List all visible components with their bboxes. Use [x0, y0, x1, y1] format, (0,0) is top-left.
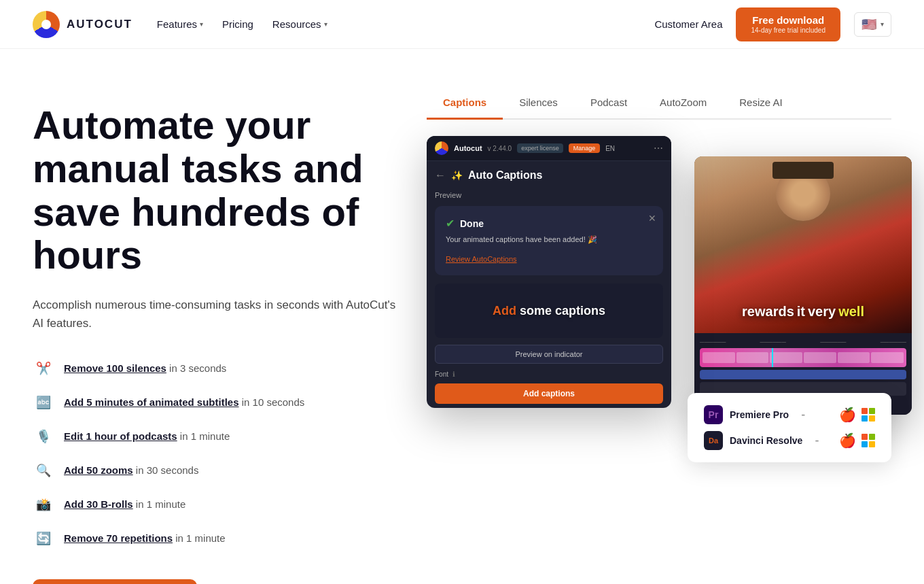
mic-icon: 🎙️: [33, 426, 54, 447]
repeat-icon: 🔄: [33, 528, 54, 549]
add-captions-button[interactable]: Add captions: [435, 383, 663, 404]
brolls-time: in 1 minute: [136, 498, 185, 510]
app-section-header: ← ✨ Auto Captions: [435, 169, 663, 182]
tab-silences[interactable]: Silences: [503, 90, 574, 120]
back-arrow-icon[interactable]: ←: [435, 169, 446, 182]
list-item: 📸 Add 30 B-rolls in 1 minute: [33, 494, 399, 515]
tab-podcast[interactable]: Podcast: [574, 90, 643, 120]
download-for-free-button[interactable]: Download for free: [33, 579, 197, 584]
timeline-markers: ────── ────── ────── ──────: [700, 339, 906, 345]
zooms-link[interactable]: Add 50 zooms: [64, 464, 133, 476]
timeline-pink-track: [700, 348, 906, 367]
hero-left: Automate your manual tasks and save hund…: [33, 90, 399, 584]
font-row: Font ℹ: [435, 371, 663, 378]
logo-icon: [33, 11, 60, 38]
premiere-name: Premiere Pro: [730, 409, 789, 420]
list-item: 🔄 Remove 70 repetitions in 1 minute: [33, 528, 399, 549]
podcasts-time: in 1 minute: [180, 430, 230, 442]
language-selector[interactable]: 🇺🇸 ▾: [854, 12, 891, 37]
screenshots-area: Autocut v 2.44.0 expert license Manage E…: [427, 136, 891, 449]
product-tabs: Captions Silences Podcast AutoZoom Resiz…: [427, 90, 891, 120]
lang-indicator: EN: [605, 145, 615, 152]
hero-subtitle: Accomplish numerous time-consuming tasks…: [33, 296, 399, 332]
brolls-link[interactable]: Add 30 B-rolls: [64, 498, 133, 510]
subtitle-word-3: very: [808, 304, 836, 320]
nav-right: Customer Area Free download 14-day free …: [654, 7, 891, 41]
app-name: Autocut: [454, 144, 482, 152]
subtitle-word-4: well: [838, 304, 864, 320]
davinci-name: Davinci Resolve: [730, 435, 802, 446]
tab-autozoom[interactable]: AutoZoom: [643, 90, 723, 120]
os-icons: 🍎: [839, 407, 875, 423]
platform-row-premiere: Pr Premiere Pro - 🍎: [704, 405, 875, 424]
magic-icon: ✨: [451, 170, 463, 181]
video-screenshot: rewards it very well ────── ────── ─────…: [694, 156, 912, 415]
apple-icon-2: 🍎: [839, 432, 856, 449]
customer-area-link[interactable]: Customer Area: [654, 18, 722, 30]
chevron-down-icon: ▾: [881, 20, 884, 28]
done-title: Done: [460, 218, 484, 229]
app-header: Autocut v 2.44.0 expert license Manage E…: [427, 136, 671, 161]
silences-time: in 3 seconds: [169, 362, 226, 374]
nav-resources[interactable]: Resources ▾: [272, 18, 327, 30]
scissors-icon: ✂️: [33, 358, 54, 379]
separator-2: -: [815, 434, 819, 448]
windows-icon: [861, 408, 875, 422]
video-subtitle: rewards it very well: [742, 304, 864, 320]
done-header: ✔ Done: [446, 217, 652, 230]
logo-text: AUTOCUT: [67, 18, 132, 31]
repetitions-link[interactable]: Remove 70 repetitions: [64, 532, 173, 544]
section-title: Auto Captions: [468, 169, 542, 182]
video-preview-app: Add some captions: [435, 284, 663, 338]
subtitle-word-1: rewards: [742, 304, 794, 320]
app-content: ← ✨ Auto Captions Preview ✕ ✔ Done Your …: [427, 161, 671, 408]
list-item: 🎙️ Edit 1 hour of podcasts in 1 minute: [33, 426, 399, 447]
font-label: Font: [435, 371, 448, 378]
done-modal: ✕ ✔ Done Your animated captions have bee…: [435, 206, 663, 275]
silences-link[interactable]: Remove 100 silences: [64, 362, 166, 374]
platform-card: Pr Premiere Pro - 🍎: [688, 393, 891, 462]
list-item: ✂️ Remove 100 silences in 3 seconds: [33, 358, 399, 379]
cc-icon: 🔤: [33, 392, 54, 413]
tab-captions[interactable]: Captions: [427, 90, 503, 120]
app-header-left: Autocut v 2.44.0 expert license Manage E…: [435, 141, 615, 155]
os-icons-2: 🍎: [839, 432, 875, 449]
broll-icon: 📸: [33, 494, 54, 515]
info-icon: ℹ: [452, 371, 455, 378]
hero-section: Automate your manual tasks and save hund…: [0, 49, 924, 584]
nav-pricing[interactable]: Pricing: [222, 18, 253, 30]
windows-icon-2: [861, 434, 875, 447]
subtitles-link[interactable]: Add 5 minutes of animated subtitles: [64, 396, 239, 408]
tab-resize-ai[interactable]: Resize AI: [723, 90, 798, 120]
list-item: 🔤 Add 5 minutes of animated subtitles in…: [33, 392, 399, 413]
timeline-track-1: [700, 348, 906, 367]
apple-icon: 🍎: [839, 407, 856, 423]
davinci-logo: Da: [704, 431, 723, 450]
nav-features[interactable]: Features ▾: [157, 18, 203, 30]
preview-indicator-button[interactable]: Preview on indicator: [435, 345, 663, 364]
download-wrap: Download for free ↩: [33, 579, 399, 584]
subtitles-time: in 10 seconds: [242, 396, 305, 408]
hero-right: Captions Silences Podcast AutoZoom Resiz…: [427, 90, 891, 449]
nav-left: AUTOCUT Features ▾ Pricing Resources ▾: [33, 11, 327, 38]
app-version: v 2.44.0: [488, 145, 512, 152]
flag-icon: 🇺🇸: [861, 17, 876, 32]
nav-links: Features ▾ Pricing Resources ▾: [157, 18, 327, 30]
separator: -: [801, 408, 805, 422]
list-item: 🔍 Add 50 zooms in 30 seconds: [33, 460, 399, 481]
review-link[interactable]: Review AutoCaptions: [446, 255, 517, 263]
podcasts-link[interactable]: Edit 1 hour of podcasts: [64, 430, 177, 442]
app-logo-small: [435, 141, 448, 155]
logo[interactable]: AUTOCUT: [33, 11, 132, 38]
timeline-track-2: [700, 370, 906, 379]
more-icon[interactable]: ⋯: [654, 143, 663, 154]
close-icon[interactable]: ✕: [648, 213, 656, 224]
hero-title: Automate your manual tasks and save hund…: [33, 103, 399, 277]
platform-row-davinci: Da Davinci Resolve - 🍎: [704, 431, 875, 450]
app-screenshot: Autocut v 2.44.0 expert license Manage E…: [427, 136, 671, 408]
caption-text: Add some captions: [493, 304, 605, 318]
chevron-down-icon: ▾: [324, 20, 327, 28]
manage-badge: Manage: [569, 143, 601, 153]
done-description: Your animated captions have been added! …: [446, 235, 652, 244]
free-download-button[interactable]: Free download 14-day free trial included: [736, 7, 840, 41]
